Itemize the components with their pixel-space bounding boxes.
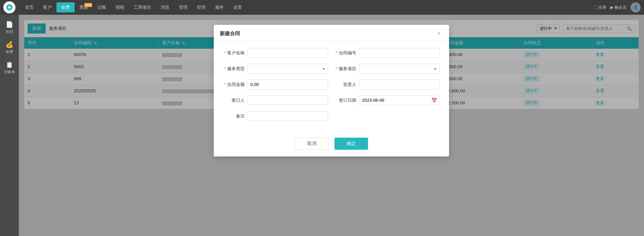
- form-group-service-item: 服务项目: [335, 64, 440, 74]
- form-group-service-type: 服务类型: [223, 64, 328, 74]
- label-remark: 备注: [223, 113, 245, 119]
- sidebar-label-contract: 合同: [6, 29, 13, 34]
- modal-close-button[interactable]: ×: [435, 30, 443, 38]
- nav-message[interactable]: 消息: [156, 2, 174, 12]
- label-service-type: 服务类型: [223, 66, 245, 72]
- customer-name-input[interactable]: [247, 48, 328, 58]
- modal-title: 新建合同: [220, 31, 240, 37]
- label-amount: 合同金额: [223, 82, 245, 88]
- form-group-sign-date: 签订日期 📅: [335, 95, 440, 105]
- sidebar-label-statement: 对账单: [4, 69, 15, 75]
- form-row-3: 合同金额 负责人: [223, 80, 440, 89]
- form-row-1: 客户名称 合同编号: [223, 48, 440, 58]
- form-group-customer: 客户名称: [223, 48, 328, 58]
- nav-operation[interactable]: 经营: [192, 2, 210, 12]
- form-group-signer: 签订人: [223, 95, 328, 105]
- nav-fee[interactable]: 收费: [56, 2, 75, 12]
- avatar[interactable]: 👤: [631, 2, 641, 12]
- nav-manage[interactable]: 管理: [174, 2, 192, 12]
- remark-input[interactable]: [247, 111, 328, 121]
- service-type-wrapper: [247, 64, 328, 74]
- app-logo: [3, 1, 15, 13]
- modal-body: 客户名称 合同编号 服务类型: [214, 41, 449, 134]
- top-nav-right: ⛶ 全屏 ▶ 畅会员 👤: [593, 2, 641, 12]
- sidebar-label-fee: 收费: [6, 49, 13, 54]
- form-row-4: 签订人 签订日期 📅: [223, 95, 440, 105]
- sign-date-wrapper: 📅: [359, 95, 440, 105]
- sidebar: 📄 合同 💰 收费 📋 对账单: [0, 15, 19, 236]
- nav-items: 首页 客户 收费 票据 new 记账 报税 工商项目 消息 管理 经营 服务 设…: [20, 2, 593, 12]
- signer-input[interactable]: [247, 95, 328, 105]
- confirm-button[interactable]: 确定: [334, 138, 368, 150]
- form-row-2: 服务类型 服务项目: [223, 64, 440, 74]
- calendar-icon[interactable]: 📅: [431, 98, 437, 103]
- member-button[interactable]: ▶ 畅会员: [610, 5, 627, 10]
- responsible-input[interactable]: [359, 80, 440, 89]
- sidebar-item-fee[interactable]: 💰 收费: [1, 38, 18, 57]
- nav-service[interactable]: 服务: [210, 2, 229, 12]
- new-badge: new: [84, 3, 92, 7]
- service-item-wrapper: [359, 64, 440, 74]
- form-group-remark: 备注: [223, 111, 328, 121]
- fullscreen-icon: ⛶: [593, 5, 597, 10]
- label-responsible: 负责人: [335, 82, 356, 88]
- fee-icon: 💰: [6, 41, 13, 48]
- statement-icon: 📋: [6, 61, 13, 68]
- contract-code-input[interactable]: [359, 48, 440, 58]
- modal-header: 新建合同 ×: [214, 25, 449, 41]
- form-row-5: 备注: [223, 111, 440, 121]
- cancel-button[interactable]: 取消: [295, 138, 329, 150]
- top-nav: 首页 客户 收费 票据 new 记账 报税 工商项目 消息 管理 经营 服务 设…: [0, 0, 644, 15]
- nav-tax[interactable]: 报税: [111, 2, 129, 12]
- service-item-select[interactable]: [359, 64, 440, 74]
- sidebar-item-contract[interactable]: 📄 合同: [1, 18, 18, 37]
- fullscreen-button[interactable]: ⛶ 全屏: [593, 5, 606, 10]
- content-area: 新增 服务项目 进行中 已完成 已终止 🔍: [19, 15, 644, 236]
- sidebar-item-statement[interactable]: 📋 对账单: [1, 58, 18, 77]
- service-type-select[interactable]: [247, 64, 328, 74]
- user-icon: 👤: [633, 5, 638, 10]
- label-contract-code: 合同编号: [335, 50, 356, 56]
- nav-ticket[interactable]: 票据 new: [75, 2, 93, 12]
- nav-customer[interactable]: 客户: [38, 2, 56, 12]
- nav-business[interactable]: 工商项目: [129, 2, 156, 12]
- modal-footer: 取消 确定: [214, 134, 449, 156]
- main-layout: 📄 合同 💰 收费 📋 对账单 新增 服务项目 进行中 已完成 已终止: [0, 15, 644, 236]
- label-service-item: 服务项目: [335, 66, 356, 72]
- nav-settings[interactable]: 设置: [229, 2, 247, 12]
- nav-home[interactable]: 首页: [20, 2, 38, 12]
- label-customer: 客户名称: [223, 50, 245, 56]
- form-group-responsible: 负责人: [335, 80, 440, 89]
- new-contract-modal: 新建合同 × 客户名称 合同编号: [214, 25, 449, 156]
- contract-icon: 📄: [6, 21, 13, 28]
- modal-overlay: 新建合同 × 客户名称 合同编号: [19, 15, 644, 236]
- play-icon: ▶: [610, 5, 613, 10]
- sign-date-input[interactable]: [359, 95, 440, 105]
- form-group-amount: 合同金额: [223, 80, 328, 89]
- label-sign-date: 签订日期: [335, 97, 356, 103]
- amount-input[interactable]: [247, 80, 328, 89]
- nav-bookkeep[interactable]: 记账: [93, 2, 111, 12]
- label-signer: 签订人: [223, 97, 245, 103]
- form-group-contract-code: 合同编号: [335, 48, 440, 58]
